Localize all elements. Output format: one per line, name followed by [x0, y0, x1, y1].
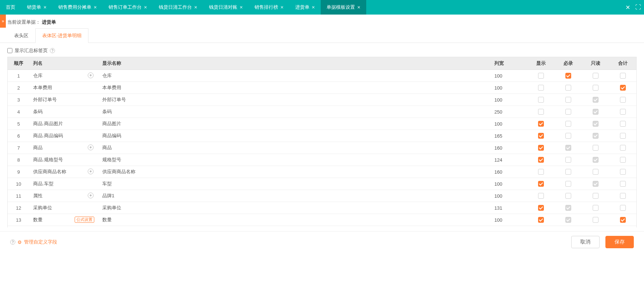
- checkbox-total[interactable]: [620, 217, 626, 223]
- cell-width[interactable]: 100: [491, 226, 527, 228]
- cell-width[interactable]: 100: [491, 94, 527, 106]
- checkbox-total[interactable]: [620, 205, 626, 211]
- top-tab[interactable]: 销货单✕: [21, 0, 52, 15]
- checkbox-readonly[interactable]: [593, 169, 598, 175]
- table-row[interactable]: 12采购单位采购单位131: [8, 202, 636, 214]
- top-tab[interactable]: 销售订单工作台✕: [103, 0, 153, 15]
- checkbox-required[interactable]: [565, 169, 571, 175]
- cell-width[interactable]: 100: [491, 214, 527, 226]
- close-icon[interactable]: ✕: [240, 5, 243, 10]
- checkbox-required[interactable]: [565, 73, 571, 79]
- checkbox-total[interactable]: [620, 109, 626, 115]
- checkbox-total[interactable]: [620, 181, 626, 187]
- summary-checkbox[interactable]: [7, 48, 12, 53]
- table-row[interactable]: 4条码条码250: [8, 106, 636, 118]
- checkbox-total[interactable]: [620, 85, 626, 91]
- cell-display[interactable]: 采购单位: [99, 202, 491, 214]
- checkbox-show[interactable]: [538, 133, 544, 139]
- checkbox-required[interactable]: [565, 157, 571, 163]
- close-icon[interactable]: ✕: [280, 5, 284, 10]
- top-tab[interactable]: 首页: [0, 0, 21, 15]
- cell-width[interactable]: 100: [491, 70, 527, 82]
- checkbox-readonly[interactable]: [593, 205, 598, 211]
- checkbox-show[interactable]: [538, 97, 544, 103]
- checkbox-show[interactable]: [538, 193, 544, 199]
- checkbox-total[interactable]: [620, 73, 626, 79]
- top-tab[interactable]: 进货单✕: [289, 0, 321, 15]
- checkbox-show[interactable]: [538, 205, 544, 211]
- cell-display[interactable]: 规格型号: [99, 154, 491, 166]
- cell-display[interactable]: 条码: [99, 106, 491, 118]
- sub-tab[interactable]: 表头区: [7, 28, 35, 43]
- cell-display[interactable]: 数量: [99, 214, 491, 226]
- cell-width[interactable]: 100: [491, 82, 527, 94]
- plus-icon[interactable]: +: [88, 169, 94, 174]
- sub-tab[interactable]: 表体区-进货单明细: [35, 28, 88, 43]
- checkbox-required[interactable]: [565, 121, 571, 127]
- plus-icon[interactable]: +: [88, 193, 94, 198]
- top-tab[interactable]: 销售费用分摊单✕: [52, 0, 103, 15]
- table-row[interactable]: 3外部订单号外部订单号100: [8, 94, 636, 106]
- checkbox-total[interactable]: [620, 133, 626, 139]
- checkbox-show[interactable]: [538, 145, 544, 151]
- checkbox-show[interactable]: [538, 85, 544, 91]
- cell-width[interactable]: 131: [491, 202, 527, 214]
- table-row[interactable]: 13数量公式设置数量100: [8, 214, 636, 226]
- close-icon[interactable]: ✕: [43, 5, 47, 10]
- checkbox-show[interactable]: [538, 181, 544, 187]
- cell-display[interactable]: 商品图片: [99, 118, 491, 130]
- cell-display[interactable]: 本单费用: [99, 82, 491, 94]
- plus-icon[interactable]: +: [88, 145, 94, 150]
- checkbox-show[interactable]: [538, 217, 544, 223]
- cell-width[interactable]: 160: [491, 166, 527, 178]
- checkbox-show[interactable]: [538, 109, 544, 115]
- table-row[interactable]: 5商品.商品图片商品图片100: [8, 118, 636, 130]
- formula-tag[interactable]: 公式设置: [75, 217, 94, 223]
- cell-width[interactable]: 124: [491, 154, 527, 166]
- checkbox-total[interactable]: [620, 121, 626, 127]
- cell-display[interactable]: 供应商商品名称: [99, 166, 491, 178]
- table-row[interactable]: 6商品.商品编码商品编码165: [8, 130, 636, 142]
- close-all-icon[interactable]: ✕: [625, 4, 630, 11]
- checkbox-show[interactable]: [538, 73, 544, 79]
- cell-display[interactable]: 仓库: [99, 70, 491, 82]
- table-row[interactable]: 2本单费用本单费用100: [8, 82, 636, 94]
- table-row[interactable]: 9供应商商品名称+供应商商品名称160: [8, 166, 636, 178]
- cancel-button[interactable]: 取消: [571, 236, 600, 248]
- checkbox-required[interactable]: [565, 181, 571, 187]
- cell-display[interactable]: 品牌1: [99, 190, 491, 202]
- cell-width[interactable]: 100: [491, 190, 527, 202]
- checkbox-total[interactable]: [620, 97, 626, 103]
- checkbox-readonly[interactable]: [593, 85, 598, 91]
- checkbox-readonly[interactable]: [593, 73, 598, 79]
- cell-display[interactable]: 包装数量: [99, 226, 491, 228]
- top-tab[interactable]: 销售排行榜✕: [249, 0, 289, 15]
- cell-display[interactable]: 商品编码: [99, 130, 491, 142]
- checkbox-readonly[interactable]: [593, 217, 598, 223]
- sidebar-toggle[interactable]: »: [0, 15, 6, 28]
- checkbox-required[interactable]: [565, 85, 571, 91]
- close-icon[interactable]: ✕: [144, 5, 147, 10]
- cell-display[interactable]: 商品: [99, 142, 491, 154]
- help-icon[interactable]: ?: [50, 48, 55, 53]
- cell-display[interactable]: 车型: [99, 178, 491, 190]
- cell-width[interactable]: 250: [491, 106, 527, 118]
- table-row[interactable]: 7商品+商品160: [8, 142, 636, 154]
- top-tab[interactable]: 钱货日清工作台✕: [153, 0, 203, 15]
- checkbox-readonly[interactable]: [593, 145, 598, 151]
- cell-width[interactable]: 160: [491, 142, 527, 154]
- save-button[interactable]: 保存: [605, 236, 634, 248]
- table-row[interactable]: 11属性+品牌1100: [8, 190, 636, 202]
- checkbox-required[interactable]: [565, 193, 571, 199]
- cell-display[interactable]: 外部订单号: [99, 94, 491, 106]
- checkbox-required[interactable]: [565, 133, 571, 139]
- cell-width[interactable]: 100: [491, 118, 527, 130]
- table-row[interactable]: 8商品.规格型号规格型号124: [8, 154, 636, 166]
- checkbox-total[interactable]: [620, 169, 626, 175]
- checkbox-show[interactable]: [538, 157, 544, 163]
- checkbox-required[interactable]: [565, 109, 571, 115]
- checkbox-show[interactable]: [538, 121, 544, 127]
- table-row[interactable]: 1仓库+仓库100: [8, 70, 636, 82]
- cell-width[interactable]: 100: [491, 178, 527, 190]
- fullscreen-icon[interactable]: ⛶: [635, 4, 641, 11]
